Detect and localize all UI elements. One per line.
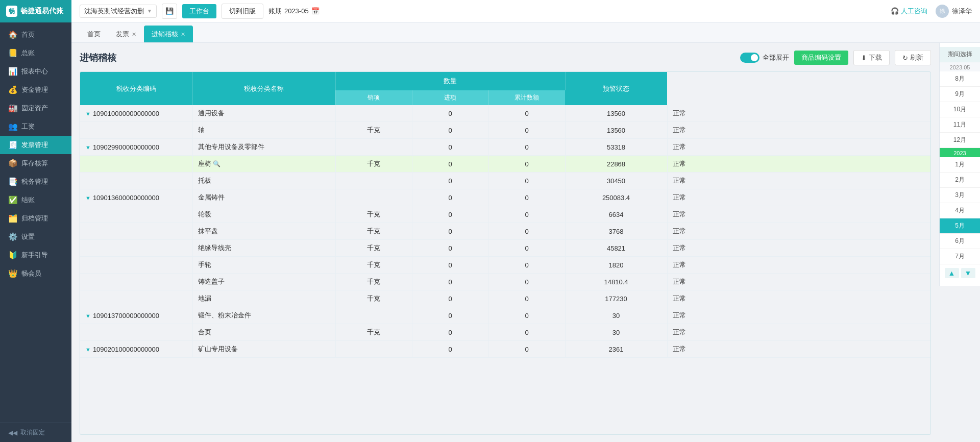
refresh-btn[interactable]: ↻ 刷新 (895, 50, 931, 65)
product-code-btn[interactable]: 商品编码设置 (794, 51, 848, 65)
cell-unit (335, 307, 412, 324)
cell-name: 绝缘导线壳 (192, 240, 335, 257)
sidebar-item-archive[interactable]: 🗂️ 归档管理 (0, 209, 71, 228)
cell-status: 正常 (667, 189, 930, 206)
expand-icon[interactable]: ▼ (85, 111, 91, 117)
expand-icon[interactable]: ▼ (85, 313, 91, 319)
sidebar-item-guide[interactable]: 🔰 新手引导 (0, 246, 71, 264)
tab-home[interactable]: 首页 (80, 26, 108, 42)
cell-total: 53318 (565, 139, 667, 156)
cell-total: 2361 (565, 341, 667, 358)
cell-total: 45821 (565, 240, 667, 257)
table-row[interactable]: 轴 千克 0 0 13560 正常 (80, 122, 930, 139)
tab-invoice[interactable]: 发票 ✕ (108, 26, 144, 42)
period-down-btn[interactable]: ▼ (961, 268, 975, 278)
switch-version-button[interactable]: 切到旧版 (222, 4, 263, 19)
month-item-4[interactable]: 4月 (940, 203, 980, 218)
sidebar-label-vip: 畅会员 (21, 269, 41, 278)
sidebar-item-settle[interactable]: ✅ 结账 (0, 191, 71, 209)
table-row[interactable]: 抹平盘 千克 0 0 3768 正常 (80, 223, 930, 240)
sidebar-item-reports[interactable]: 📊 报表中心 (0, 62, 71, 81)
sidebar-label-archive: 归档管理 (21, 214, 48, 223)
expand-icon[interactable]: ▼ (85, 144, 91, 151)
table-row[interactable]: 轮毂 千克 0 0 6634 正常 (80, 206, 930, 223)
sidebar-item-invoice[interactable]: 🧾 发票管理 (0, 136, 71, 154)
tab-reconcile[interactable]: 进销稽核 ✕ (144, 26, 193, 42)
sidebar-item-payroll[interactable]: 👥 工资 (0, 117, 71, 136)
save-button[interactable]: 💾 (162, 4, 177, 19)
cell-purchase: 0 (488, 274, 565, 290)
guide-icon: 🔰 (8, 251, 17, 260)
cell-purchase: 0 (488, 324, 565, 341)
search-icon[interactable]: 🔍 (213, 160, 220, 167)
page-content: 进销稽核 全部展开 商品编码设置 ⬇ 下载 ↻ 刷新 (71, 43, 939, 442)
sidebar-item-tax[interactable]: 📑 税务管理 (0, 173, 71, 191)
table-row[interactable]: 座椅 🔍 千克 0 0 22868 正常 (80, 156, 930, 173)
close-invoice-tab[interactable]: ✕ (132, 31, 136, 38)
sidebar-pin-btn[interactable]: ◀◀ 取消固定 (0, 423, 71, 442)
cell-purchase: 0 (488, 307, 565, 324)
cell-sales: 0 (412, 156, 488, 173)
calendar-icon[interactable]: 📅 (311, 7, 320, 15)
save-icon: 💾 (165, 7, 174, 15)
close-reconcile-tab[interactable]: ✕ (181, 31, 185, 38)
cell-total: 3768 (565, 223, 667, 240)
col-tax-name: 税收分类名称 (192, 72, 335, 105)
sidebar-item-vip[interactable]: 👑 畅会员 (0, 264, 71, 283)
month-item-6[interactable]: 6月 (940, 234, 980, 249)
month-item-9[interactable]: 9月 (940, 87, 980, 102)
table-row[interactable]: 绝缘导线壳 千克 0 0 45821 正常 (80, 240, 930, 257)
table-row[interactable]: 铸造盖子 千克 0 0 14810.4 正常 (80, 274, 930, 290)
cell-unit (335, 173, 412, 189)
table-row[interactable]: ▼109010000000000000 通用设备 0 0 13560 正常 (80, 105, 930, 122)
month-item-12[interactable]: 12月 (940, 133, 980, 148)
company-name: 沈海英测试经营勿删 (84, 7, 144, 16)
cell-unit (335, 105, 412, 122)
sidebar-label-funds: 资金管理 (21, 85, 48, 94)
cell-purchase: 0 (488, 105, 565, 122)
month-item-5[interactable]: 5月 (940, 218, 980, 234)
period-up-btn[interactable]: ▲ (945, 268, 959, 278)
table-row[interactable]: ▼109029900000000000 其他专用设备及零部件 0 0 53318… (80, 139, 930, 156)
workspace-button[interactable]: 工作台 (182, 4, 216, 18)
sidebar-item-settings[interactable]: ⚙️ 设置 (0, 228, 71, 246)
download-btn[interactable]: ⬇ 下载 (853, 50, 890, 65)
sidebar-item-home[interactable]: 🏠 首页 (0, 26, 71, 44)
expand-icon[interactable]: ▼ (85, 347, 91, 353)
company-selector[interactable]: 沈海英测试经营勿删 ▼ (80, 5, 157, 18)
cell-code: ▼109013700000000000 (80, 307, 192, 324)
month-item-7[interactable]: 7月 (940, 249, 980, 264)
month-item-11[interactable]: 11月 (940, 117, 980, 133)
sidebar-label-invoice: 发票管理 (21, 140, 48, 150)
table-row[interactable]: 地漏 千克 0 0 177230 正常 (80, 290, 930, 307)
data-table: 税收分类编码 税收分类名称 数量 预警状态 销项 进项 累计数额 (80, 72, 930, 358)
table-row[interactable]: ▼109013700000000000 锻件、粉末冶金件 0 0 30 正常 (80, 307, 930, 324)
cell-code: ▼109029900000000000 (80, 139, 192, 156)
table-row[interactable]: 托板 0 0 30450 正常 (80, 173, 930, 189)
service-button[interactable]: 🎧 人工咨询 (891, 7, 927, 16)
user-menu[interactable]: 徐 徐泽华 (936, 5, 972, 18)
table-row[interactable]: 手轮 千克 0 0 1820 正常 (80, 257, 930, 274)
sidebar-item-assets[interactable]: 🏭 固定资产 (0, 99, 71, 117)
sidebar-item-funds[interactable]: 💰 资金管理 (0, 81, 71, 99)
table-row[interactable]: 合页 千克 0 0 30 正常 (80, 324, 930, 341)
month-item-8[interactable]: 8月 (940, 71, 980, 87)
expand-toggle[interactable] (740, 53, 760, 63)
cell-total: 30 (565, 307, 667, 324)
month-item-3[interactable]: 3月 (940, 188, 980, 203)
home-icon: 🏠 (8, 30, 17, 39)
table-row[interactable]: ▼109020100000000000 矿山专用设备 0 0 2361 正常 (80, 341, 930, 358)
month-item-1[interactable]: 1月 (940, 157, 980, 173)
sidebar-item-inventory[interactable]: 📦 库存核算 (0, 154, 71, 173)
cell-status: 正常 (667, 274, 930, 290)
download-icon: ⬇ (861, 54, 867, 62)
month-item-2[interactable]: 2月 (940, 173, 980, 188)
cell-purchase: 0 (488, 156, 565, 173)
cell-unit: 千克 (335, 223, 412, 240)
cell-code (80, 122, 192, 139)
table-row[interactable]: ▼109013600000000000 金属铸件 0 0 250083.4 正常 (80, 189, 930, 206)
month-item-10[interactable]: 10月 (940, 102, 980, 117)
sidebar-item-ledger[interactable]: 📒 总账 (0, 44, 71, 62)
expand-icon[interactable]: ▼ (85, 195, 91, 201)
cell-name: 合页 (192, 324, 335, 341)
